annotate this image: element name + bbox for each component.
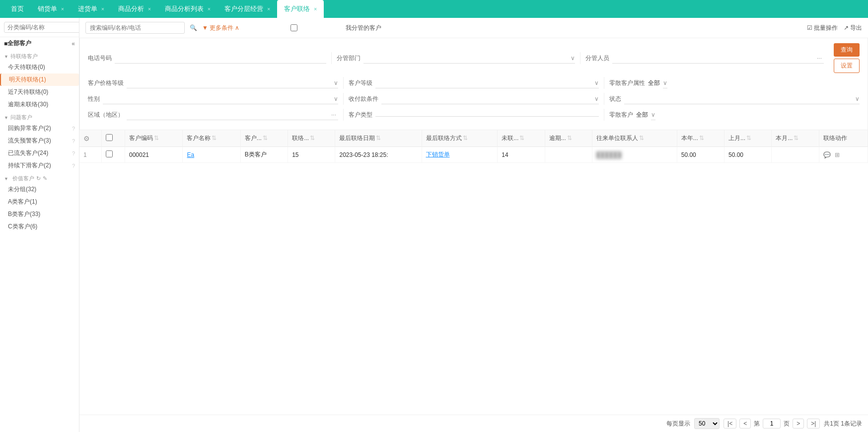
nav-product-analysis[interactable]: 商品分析 × [111,0,158,18]
action-grid-icon[interactable]: ⊞ [835,151,840,158]
gear-settings-icon[interactable]: ⚙ [83,135,90,143]
filter-retail-customer: 零散客户 全部 ∨ [609,110,860,120]
nav-home[interactable]: 首页 [4,0,31,18]
col-header-last-month[interactable]: 上月...⇅ [724,130,772,147]
select-all-checkbox[interactable] [106,134,113,141]
my-customers-checkbox-label[interactable]: 我分管的客户 [244,24,381,32]
sidebar-item-c-class[interactable]: C类客户(6) [0,220,79,233]
customer-level-select[interactable]: ∨ [375,78,599,88]
nav-product-analysis-list[interactable]: 商品分析列表 × [158,0,217,18]
prev-page-btn[interactable]: < [739,419,751,429]
col-header-this-year[interactable]: 本年...⇅ [677,130,724,147]
gender-select[interactable]: ∨ [103,94,338,104]
payment-select[interactable]: ∨ [381,94,599,104]
close-product-analysis-list-icon[interactable]: × [208,6,211,12]
batch-ops-area: ☑ 批量操作 ↗ 导出 [807,24,862,32]
sidebar-item-ungroup[interactable]: 未分组(32) [0,183,79,196]
sidebar-item-overdue[interactable]: 逾期未联络(30) [0,98,79,111]
sidebar-item-week[interactable]: 近7天待联络(0) [0,86,79,98]
nav-purchase[interactable]: 进货单 × [71,0,111,18]
first-page-btn[interactable]: |< [723,419,736,429]
sidebar-item-declining[interactable]: 持续下滑客户(2) ? [0,159,79,172]
next-page-btn[interactable]: > [793,419,804,429]
divider-7 [343,109,344,121]
per-page-label: 每页显示 [666,420,690,428]
customer-type-select[interactable] [375,113,599,117]
help-lost-warning-icon[interactable]: ? [72,138,75,144]
help-lost-icon[interactable]: ? [72,150,75,156]
last-page-btn[interactable]: >| [807,419,820,429]
col-header-this-month[interactable]: 本月...⇅ [772,130,819,147]
filter-actions: 查询 设置 [834,43,860,73]
close-customer-segment-icon[interactable]: × [267,6,270,12]
sidebar-item-tomorrow[interactable]: 明天待联络(1) [0,73,79,86]
sort-last-date-icon: ⇅ [376,135,381,142]
search-bar: 🔍 ▼ 更多条件 ∧ 我分管的客户 ☑ 批量操作 ↗ 导出 [79,18,868,38]
setting-button[interactable]: 设置 [834,59,860,73]
my-customers-checkbox[interactable] [244,24,344,31]
global-search-icon[interactable]: 🔍 [190,24,197,31]
price-level-select[interactable]: ∨ [127,78,338,88]
customer-level-label: 客户等级 [349,79,372,87]
sidebar-item-b-class[interactable]: B类客户(33) [0,208,79,220]
export-btn[interactable]: ↗ 导出 [844,24,862,32]
col-header-last-method[interactable]: 最后联络方式⇅ [422,130,498,147]
retail-customer-select[interactable]: ∨ [651,110,655,120]
divider-5 [343,93,344,105]
cell-last-method[interactable]: 下销货单 [422,147,498,163]
query-button[interactable]: 查询 [834,43,860,57]
sidebar-item-a-class[interactable]: A类客户(1) [0,196,79,208]
col-header-contacts[interactable]: 联络...⇅ [288,130,335,147]
help-declining-icon[interactable]: ? [72,163,75,169]
retail-customer-arrow-icon: ∨ [651,111,655,118]
export-icon: ↗ [844,24,849,31]
close-customer-contact-icon[interactable]: × [314,6,317,12]
cell-this-month [772,147,819,163]
global-search-input[interactable] [85,22,185,34]
value-group-edit-icon[interactable]: ✎ [43,175,47,182]
col-header-name[interactable]: 客户名称⇅ [183,130,240,147]
action-chat-icon[interactable]: 💬 [823,151,831,158]
help-repurchase-icon[interactable]: ? [72,126,75,132]
person-select[interactable]: ··· [612,53,824,64]
close-product-analysis-icon[interactable]: × [148,6,151,12]
sidebar-collapse-icon[interactable]: « [72,40,75,47]
batch-ops-btn[interactable]: ☑ 批量操作 [807,24,838,32]
sidebar-item-lost[interactable]: 已流失客户(24) ? [0,147,79,159]
page-suffix: 页 [784,420,790,428]
close-sales-icon[interactable]: × [61,6,64,12]
col-header-last-date[interactable]: 最后联络日期⇅ [335,130,422,147]
sidebar-group-value: 价值客户 ↻ ✎ [0,172,79,183]
sidebar-item-today[interactable]: 今天待联络(0) [0,61,79,73]
nav-sales[interactable]: 销货单 × [31,0,71,18]
col-header-not-contacted[interactable]: 未联...⇅ [498,130,545,147]
col-header-overdue[interactable]: 逾期...⇅ [545,130,592,147]
status-select[interactable]: ∨ [624,94,860,104]
page-number-input[interactable] [763,419,781,429]
retail-attr-select[interactable]: ∨ [663,78,667,88]
region-dots-icon[interactable]: ··· [329,111,338,118]
nav-customer-contact[interactable]: 客户联络 × [277,0,324,18]
person-dots-icon[interactable]: ··· [815,55,824,62]
sidebar-search-input[interactable] [4,22,79,33]
chevron-up-icon: ∧ [235,24,239,31]
col-header-code[interactable]: 客户编码⇅ [125,130,182,147]
row-checkbox[interactable] [106,150,113,157]
total-records: 共1页 1条记录 [824,420,862,428]
cell-name[interactable]: Ea [183,147,240,163]
cell-not-contacted: 14 [498,147,545,163]
sidebar-item-repurchase-abnormal[interactable]: 回购异常客户(2) ? [0,122,79,135]
nav-customer-segment[interactable]: 客户分层经营 × [217,0,277,18]
sidebar-item-lost-warning[interactable]: 流失预警客户(3) ? [0,135,79,147]
more-conditions-btn[interactable]: ▼ 更多条件 ∧ [202,24,239,32]
col-header-type[interactable]: 客户...⇅ [240,130,288,147]
value-group-refresh-icon[interactable]: ↻ [36,175,41,182]
filter-customer-type: 客户类型 [349,111,599,119]
dept-select[interactable]: ∨ [363,53,575,64]
region-select[interactable]: ··· [127,110,338,120]
close-purchase-icon[interactable]: × [101,6,104,12]
per-page-select[interactable]: 50 100 200 [694,418,720,429]
col-header-unit-contact[interactable]: 往来单位联系人⇅ [592,130,677,147]
sidebar-all-customers[interactable]: ■ 全部客户 « [0,37,79,50]
phone-input[interactable] [115,53,326,64]
